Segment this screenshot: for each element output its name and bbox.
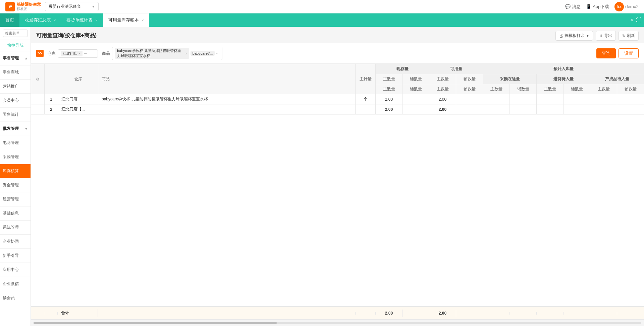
th-no: [45, 64, 58, 94]
sidebar-item-enterprise-collab[interactable]: 企业协同: [0, 235, 31, 249]
sidebar-item-vip-member[interactable]: 畅会员: [0, 291, 31, 305]
filter-warehouse: 仓库 江北门店 × ···: [48, 49, 98, 58]
row1-stock-main: 2.00: [376, 94, 402, 104]
sidebar-enterprise-collab-label: 企业协同: [3, 239, 19, 244]
sidebar-item-retail-mgmt[interactable]: 零售管理 ▲: [0, 51, 31, 65]
sidebar-new-guide-label: 新手引导: [3, 253, 19, 259]
footer-pi-aux: [617, 312, 644, 315]
row1-available-aux: [456, 94, 483, 104]
user-name: demo2: [625, 4, 639, 9]
th-settings[interactable]: ⚙: [31, 64, 45, 94]
logo-area: 好 畅捷通好生意 标准版: [5, 2, 41, 11]
tab-order-stats-close[interactable]: ×: [95, 18, 97, 22]
table-row: 1 江北门店 babycare学饮杯 儿童防摔防撞吸管杯重力球吸嘴杯宝宝水杯 个…: [31, 94, 644, 104]
app-download-btn[interactable]: 📱 App下载: [586, 4, 609, 10]
horizontal-scrollbar-track[interactable]: [34, 322, 641, 324]
horizontal-scrollbar-thumb[interactable]: [34, 322, 277, 324]
print-btn[interactable]: 🖨 按模板打印 ▼: [555, 31, 593, 41]
row1-purchase-transit-aux: [510, 94, 537, 104]
sidebar-enterprise-wechat-label: 企业微信: [3, 281, 19, 287]
filter-product: 商品 babycare学饮杯 儿童防摔防撞吸管杯重力球吸嘴杯宝宝水杯 × bab…: [102, 47, 222, 60]
row2-product-incoming-aux: [617, 104, 644, 114]
row2-settings: [31, 104, 45, 114]
export-btn[interactable]: ⬆ 导出: [596, 31, 616, 41]
sidebar-retail-stats-label: 零售统计: [3, 112, 19, 118]
logo-text: 畅捷通好生意: [17, 2, 41, 7]
content-area: 可用量查询(按仓库+商品) 🖨 按模板打印 ▼ ⬆ 导出 ↻ 刷新 >>: [31, 27, 644, 326]
industry-selector[interactable]: 母婴行业演示账套 ▼: [45, 2, 99, 11]
sidebar-item-member-center[interactable]: 会员中心: [0, 94, 31, 108]
row1-no: 1: [45, 94, 58, 104]
product-filter-input[interactable]: babycare学饮杯 儿童防摔防撞吸管杯重力球吸嘴杯宝宝水杯 × babyca…: [112, 47, 222, 60]
settings-btn[interactable]: 设置: [619, 48, 639, 58]
sidebar-marketing-label: 营销推广: [3, 84, 19, 89]
row2-available-main: 2.00: [429, 104, 456, 114]
warehouse-more-icon[interactable]: ···: [84, 51, 87, 56]
row2-warehouse: 江北门店【...: [58, 104, 98, 114]
product-more-icon[interactable]: ···: [216, 51, 219, 56]
sidebar-item-system-mgmt[interactable]: 系统管理: [0, 221, 31, 235]
th-incoming-group: 进货待入量: [537, 74, 590, 84]
th-available-aux-2: 辅数量: [456, 84, 483, 94]
tab-available-inventory[interactable]: 可用量库存账本 ×: [103, 13, 149, 27]
sidebar-item-enterprise-wechat[interactable]: 企业微信: [0, 277, 31, 291]
search-input[interactable]: [3, 30, 28, 37]
sidebar-purchase-mgmt-label: 采购管理: [3, 154, 19, 160]
warehouse-tag-remove[interactable]: ×: [78, 52, 80, 55]
footer-product: [98, 312, 356, 315]
sidebar-ecommerce-mgmt-label: 电商管理: [3, 140, 19, 146]
industry-selector-label: 母婴行业演示账套: [49, 4, 81, 9]
sidebar-item-wholesale-mgmt[interactable]: 批发管理 ▼: [0, 122, 31, 136]
row2-purchase-transit-main: [483, 104, 510, 114]
sidebar-item-app-center[interactable]: 应用中心: [0, 263, 31, 277]
sidebar-item-marketing[interactable]: 营销推广: [0, 80, 31, 94]
sidebar-item-inventory-check[interactable]: 库存核算: [0, 164, 31, 178]
tab-available-inventory-close[interactable]: ×: [142, 18, 144, 22]
sidebar-item-operations-mgmt[interactable]: 经营管理: [0, 192, 31, 206]
product-tag-1-remove[interactable]: ×: [185, 52, 187, 55]
sidebar-retail-mall-label: 零售商城: [3, 69, 19, 75]
logo-subtitle: 标准版: [17, 7, 41, 11]
chevron-down-icon: ▼: [586, 34, 589, 38]
sidebar-item-retail-mall[interactable]: 零售商城: [0, 65, 31, 80]
filter-actions: 查询 设置: [596, 48, 639, 58]
bottom-scrollbar: [31, 319, 644, 326]
sidebar-item-finance-mgmt[interactable]: 资金管理: [0, 178, 31, 192]
warehouse-filter-input[interactable]: 江北门店 × ···: [58, 49, 98, 58]
footer-stock-main: 2.00: [376, 310, 402, 317]
refresh-label: 刷新: [627, 33, 635, 39]
user-area[interactable]: Ea demo2: [614, 2, 639, 11]
query-btn[interactable]: 查询: [596, 48, 616, 58]
product-label: 商品: [102, 51, 110, 56]
app-download-label: App下载: [593, 4, 609, 10]
sidebar-item-new-guide[interactable]: 新手引导: [0, 249, 31, 263]
row2-purchase-transit-aux: [510, 104, 537, 114]
sidebar-finance-mgmt-label: 资金管理: [3, 182, 19, 188]
tab-receipt-summary[interactable]: 收发存汇总表 ×: [19, 13, 61, 27]
warehouse-label: 仓库: [48, 51, 56, 56]
row1-settings: [31, 94, 45, 104]
sidebar-retail-mgmt-label: 零售管理: [3, 55, 19, 61]
sidebar-quick-nav[interactable]: 快捷导航: [0, 40, 31, 51]
close-tab-btn[interactable]: ×: [630, 17, 633, 23]
message-btn[interactable]: 💬 消息: [565, 4, 581, 10]
tab-receipt-summary-close[interactable]: ×: [54, 18, 56, 22]
chevron-up-icon: ▲: [24, 56, 28, 60]
sidebar-app-center-label: 应用中心: [3, 267, 19, 273]
sidebar-item-basic-info[interactable]: 基础信息: [0, 206, 31, 221]
top-bar-left: 好 畅捷通好生意 标准版 母婴行业演示账套 ▼: [5, 2, 99, 11]
tab-home[interactable]: 首页: [0, 13, 19, 27]
sidebar-item-retail-stats[interactable]: 零售统计: [0, 108, 31, 122]
row1-purchase-transit-main: [483, 94, 510, 104]
table-container: ⚙ 仓库 商品 主计量 现存量 可用量 预计入库量 主数量 辅数量 主数量 辅数…: [31, 64, 644, 306]
refresh-btn[interactable]: ↻ 刷新: [619, 31, 639, 41]
filter-row: >> 仓库 江北门店 × ··· 商品 babycare学饮杯 儿童防摔防撞吸管…: [31, 43, 644, 64]
fullscreen-btn[interactable]: ⛶: [636, 17, 641, 23]
row1-warehouse: 江北门店: [58, 94, 98, 104]
th-available-group: 可用量: [429, 64, 483, 74]
sidebar-item-ecommerce-mgmt[interactable]: 电商管理: [0, 136, 31, 150]
sidebar-item-purchase-mgmt[interactable]: 采购管理: [0, 150, 31, 164]
product-tag-2-value: babycare?...: [193, 51, 213, 55]
tab-order-stats[interactable]: 要货单统计表 ×: [61, 13, 103, 27]
filter-expand-btn[interactable]: >>: [36, 50, 44, 57]
